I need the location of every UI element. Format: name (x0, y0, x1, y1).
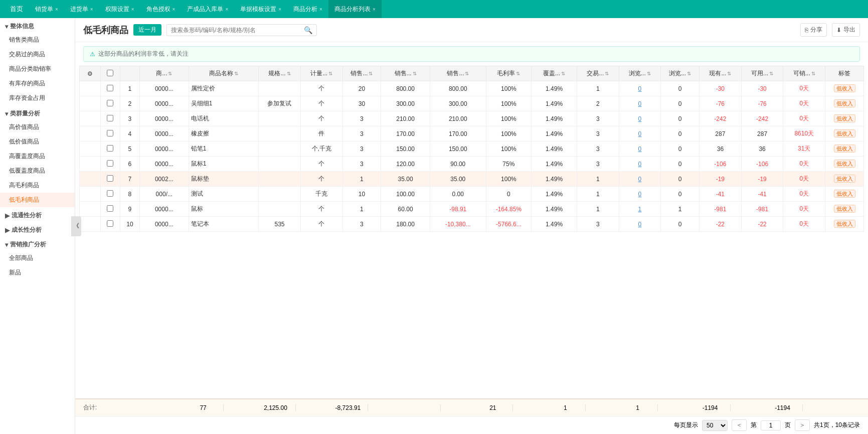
col-stock[interactable]: 现有...⇅ (700, 66, 742, 81)
col-code[interactable]: 商...⇅ (139, 66, 189, 81)
col-name[interactable]: 商品名称⇅ (189, 66, 259, 81)
nav-close-product-analysis[interactable]: × (319, 7, 322, 12)
sidebar-item-low-coverage[interactable]: 低覆盖度商品 (0, 164, 75, 178)
cell-price: 300.00 (381, 96, 430, 111)
col-available[interactable]: 可用...⇅ (741, 66, 783, 81)
nav-item-purchase[interactable]: 进货单 × (64, 0, 99, 18)
nav-item-product-analysis-list[interactable]: 商品分析列表 × (328, 0, 382, 18)
col-spec[interactable]: 规格...⇅ (259, 66, 301, 81)
cell-browse1[interactable]: 1 (619, 202, 661, 217)
cell-browse1[interactable]: 0 (619, 126, 661, 141)
cell-checkbox[interactable] (100, 187, 120, 202)
cell-browse1[interactable]: 0 (619, 96, 661, 111)
col-browse1[interactable]: 浏览...⇅ (619, 66, 661, 81)
sidebar-item-stock-value[interactable]: 库存资金占用 (0, 91, 75, 105)
pagination-bar: 每页显示 50 20 100 ＜ 第 页 ＞ 共1页，10条记录 (75, 416, 868, 434)
col-price[interactable]: 销售...⇅ (381, 66, 430, 81)
sidebar-item-high-margin[interactable]: 高毛利商品 (0, 178, 75, 193)
cell-checkbox[interactable] (100, 202, 120, 217)
sidebar-item-high-value[interactable]: 高价值商品 (0, 120, 75, 134)
col-checkbox-header[interactable] (100, 66, 120, 81)
cell-checkbox[interactable] (100, 111, 120, 126)
nav-item-roles[interactable]: 角色授权 × (140, 0, 182, 18)
row-checkbox[interactable] (107, 190, 113, 197)
cell-browse1[interactable]: 0 (619, 217, 661, 232)
nav-close-template[interactable]: × (278, 7, 281, 12)
total-pages-info: 共1页，10条记录 (814, 421, 860, 429)
col-coverage[interactable]: 覆盖...⇅ (532, 66, 577, 81)
sidebar-group-growth[interactable]: ▶ 成长性分析 (0, 222, 75, 236)
row-checkbox[interactable] (107, 145, 113, 152)
col-amount[interactable]: 销售...⇅ (430, 66, 486, 81)
sidebar-item-low-margin[interactable]: 低毛利商品 (0, 193, 75, 207)
cell-checkbox[interactable] (100, 81, 120, 96)
prev-page-button[interactable]: ＜ (732, 419, 747, 431)
col-browse2[interactable]: 浏览...⇅ (661, 66, 700, 81)
sidebar-item-low-value[interactable]: 低价值商品 (0, 134, 75, 149)
nav-close-product-stock[interactable]: × (225, 7, 228, 12)
sidebar-collapse-button[interactable]: 《 (71, 216, 81, 236)
page-input[interactable] (761, 420, 781, 430)
select-all-checkbox[interactable] (107, 70, 113, 76)
row-checkbox[interactable] (107, 115, 113, 121)
sidebar-item-all-products[interactable]: 全部商品 (0, 251, 75, 265)
cell-checkbox[interactable] (100, 157, 120, 172)
cell-browse1[interactable]: 0 (619, 157, 661, 172)
search-icon[interactable]: 🔍 (304, 26, 312, 34)
notice-text: 这部分商品的利润非常低，请关注 (98, 50, 189, 58)
col-unit[interactable]: 计量...⇅ (300, 66, 342, 81)
search-input[interactable] (171, 27, 304, 34)
cell-browse1[interactable]: 0 (619, 187, 661, 202)
col-settings[interactable]: ⚙ (80, 66, 101, 81)
sidebar-item-traded-products[interactable]: 交易过的商品 (0, 47, 75, 62)
cell-browse1[interactable]: 0 (619, 172, 661, 187)
row-checkbox[interactable] (107, 160, 113, 167)
cell-checkbox[interactable] (100, 217, 120, 232)
row-checkbox[interactable] (107, 220, 113, 227)
row-checkbox[interactable] (107, 100, 113, 106)
col-saleable[interactable]: 可销...⇅ (783, 66, 825, 81)
nav-close-product-analysis-list[interactable]: × (373, 7, 376, 12)
row-checkbox[interactable] (107, 205, 113, 212)
cell-code: 0000... (139, 141, 189, 157)
export-button[interactable]: ⬇ 导出 (832, 23, 860, 37)
cell-coverage: 1.49% (532, 157, 577, 172)
cell-settings (80, 81, 101, 96)
cell-browse1[interactable]: 0 (619, 111, 661, 126)
sidebar-item-category-sales-rate[interactable]: 商品分类助销率 (0, 62, 75, 76)
nav-item-permissions[interactable]: 权限设置 × (99, 0, 140, 18)
cell-browse1[interactable]: 0 (619, 81, 661, 96)
sidebar-item-sales-products[interactable]: 销售类商品 (0, 33, 75, 47)
nav-close-permissions[interactable]: × (131, 7, 134, 12)
col-trade[interactable]: 交易...⇅ (577, 66, 619, 81)
cell-checkbox[interactable] (100, 141, 120, 157)
cell-checkbox[interactable] (100, 126, 120, 141)
per-page-select[interactable]: 50 20 100 (702, 420, 728, 431)
date-filter-button[interactable]: 近一月 (133, 24, 161, 36)
tag-badge: 低收入 (834, 144, 855, 153)
sidebar-item-in-stock[interactable]: 有库存的商品 (0, 76, 75, 91)
col-qty[interactable]: 销售...⇅ (342, 66, 381, 81)
total-qty: 77 (184, 404, 224, 411)
sidebar-item-high-coverage[interactable]: 高覆盖度商品 (0, 149, 75, 164)
sidebar-group-circulation[interactable]: ▶ 流通性分析 (0, 207, 75, 222)
tag-badge: 低收入 (834, 114, 855, 122)
cell-browse1[interactable]: 0 (619, 141, 661, 157)
share-button[interactable]: ⎘ 分享 (800, 23, 827, 37)
col-gross-rate[interactable]: 毛利率⇅ (486, 66, 532, 81)
nav-item-template[interactable]: 单据模板设置 × (234, 0, 287, 18)
nav-item-product-stock[interactable]: 产成品入库单 × (181, 0, 234, 18)
row-checkbox[interactable] (107, 130, 113, 136)
cell-checkbox[interactable] (100, 96, 120, 111)
row-checkbox[interactable] (107, 85, 113, 91)
nav-item-product-analysis[interactable]: 商品分析 × (287, 0, 328, 18)
nav-item-home[interactable]: 首页 (4, 0, 29, 18)
cell-checkbox[interactable] (100, 172, 120, 187)
nav-close-purchase[interactable]: × (90, 7, 93, 12)
nav-close-roles[interactable]: × (172, 7, 176, 12)
sidebar-item-new-products[interactable]: 新品 (0, 265, 75, 280)
nav-item-sales[interactable]: 销货单 × (29, 0, 64, 18)
row-checkbox[interactable] (107, 175, 113, 182)
nav-close-sales[interactable]: × (55, 7, 58, 12)
next-page-button[interactable]: ＞ (795, 419, 810, 431)
